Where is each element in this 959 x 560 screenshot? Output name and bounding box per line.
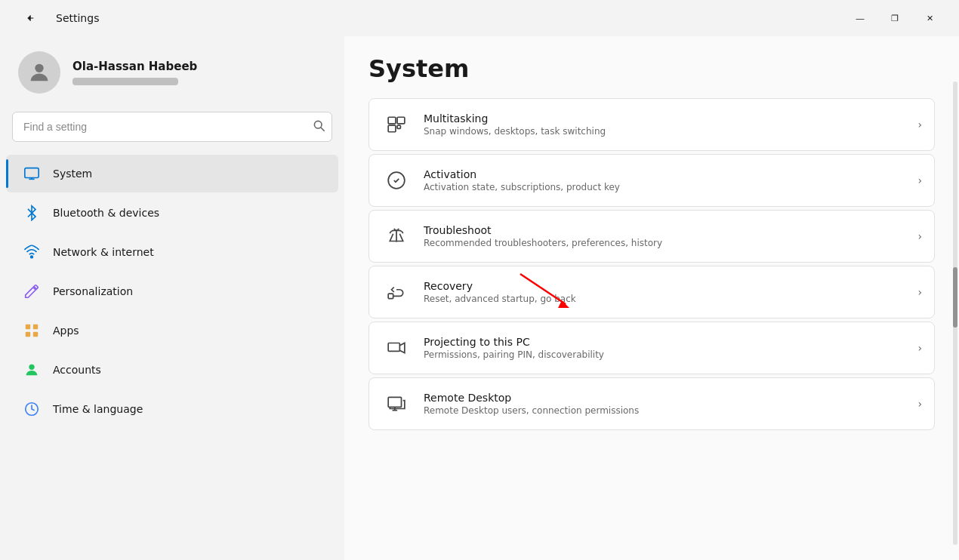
troubleshoot-title: Troubleshoot [424, 224, 917, 236]
sidebar-item-system[interactable]: System [6, 155, 338, 192]
svg-point-11 [29, 365, 34, 370]
svg-point-6 [31, 256, 33, 258]
system-icon [21, 163, 42, 184]
svg-rect-22 [388, 397, 401, 407]
recovery-chevron: › [917, 286, 922, 298]
svg-rect-15 [388, 125, 396, 132]
recovery-text: Recovery Reset, advanced startup, go bac… [424, 280, 917, 304]
svg-rect-10 [33, 332, 38, 337]
sidebar-item-accounts[interactable]: Accounts [6, 351, 338, 389]
accounts-label: Accounts [53, 364, 101, 376]
projecting-desc: Permissions, pairing PIN, discoverabilit… [424, 349, 917, 360]
setting-item-activation[interactable]: Activation Activation state, subscriptio… [368, 154, 935, 207]
svg-point-0 [35, 64, 43, 72]
multitasking-title: Multitasking [424, 112, 917, 125]
remotedesktop-text: Remote Desktop Remote Desktop users, con… [424, 392, 917, 416]
troubleshoot-desc: Recommended troubleshooters, preferences… [424, 238, 917, 248]
scrollbar-track[interactable] [953, 82, 957, 545]
search-box [12, 112, 332, 142]
projecting-title: Projecting to this PC [424, 336, 917, 348]
svg-rect-14 [397, 117, 405, 124]
avatar [18, 51, 60, 94]
title-bar-left: Settings [12, 6, 99, 30]
network-icon [21, 242, 42, 263]
search-icon [313, 119, 325, 134]
bluetooth-icon [21, 202, 42, 223]
svg-rect-9 [26, 332, 30, 337]
system-label: System [53, 168, 92, 180]
svg-rect-18 [388, 294, 393, 299]
setting-item-troubleshoot[interactable]: Troubleshoot Recommended troubleshooters… [368, 210, 935, 263]
search-input[interactable] [12, 112, 332, 142]
sidebar-item-apps[interactable]: Apps [6, 312, 338, 349]
projecting-icon [381, 333, 412, 363]
user-name: Ola-Hassan Habeeb [72, 60, 197, 73]
recovery-icon [381, 277, 412, 307]
setting-item-remotedesktop[interactable]: Remote Desktop Remote Desktop users, con… [368, 377, 935, 430]
sidebar: Ola-Hassan Habeeb System Bluetooth & dev… [0, 36, 344, 560]
setting-item-multitasking[interactable]: Multitasking Snap windows, desktops, tas… [368, 98, 935, 151]
scrollbar-thumb[interactable] [953, 267, 957, 328]
troubleshoot-text: Troubleshoot Recommended troubleshooters… [424, 224, 917, 248]
remotedesktop-icon [381, 389, 412, 419]
svg-rect-8 [33, 325, 38, 329]
page-title: System [368, 54, 935, 83]
setting-item-projecting[interactable]: Projecting to this PC Permissions, pairi… [368, 322, 935, 374]
svg-rect-21 [388, 343, 399, 352]
user-subtitle-bar [72, 78, 178, 85]
remotedesktop-chevron: › [917, 398, 922, 410]
app-title: Settings [56, 12, 99, 24]
svg-rect-16 [397, 125, 400, 128]
activation-desc: Activation state, subscriptions, product… [424, 182, 917, 192]
remotedesktop-desc: Remote Desktop users, connection permiss… [424, 405, 917, 416]
multitasking-desc: Snap windows, desktops, task switching [424, 126, 917, 137]
multitasking-icon [381, 109, 412, 140]
sidebar-item-personalization[interactable]: Personalization [6, 272, 338, 310]
time-label: Time & language [53, 403, 143, 415]
svg-point-1 [314, 121, 322, 128]
setting-item-recovery[interactable]: Recovery Reset, advanced startup, go bac… [368, 266, 935, 318]
recovery-title: Recovery [424, 280, 917, 292]
multitasking-text: Multitasking Snap windows, desktops, tas… [424, 112, 917, 137]
main-content: System Multitasking Snap windows, deskto… [344, 36, 959, 560]
projecting-text: Projecting to this PC Permissions, pairi… [424, 336, 917, 360]
svg-rect-7 [26, 325, 30, 329]
activation-chevron: › [917, 174, 922, 186]
svg-rect-13 [388, 117, 396, 124]
multitasking-chevron: › [917, 118, 922, 131]
personalization-icon [21, 281, 42, 302]
troubleshoot-chevron: › [917, 230, 922, 242]
user-info: Ola-Hassan Habeeb [72, 60, 197, 85]
user-profile: Ola-Hassan Habeeb [0, 36, 344, 106]
app-container: Ola-Hassan Habeeb System Bluetooth & dev… [0, 36, 959, 560]
accounts-icon [21, 359, 42, 380]
sidebar-item-network[interactable]: Network & internet [6, 233, 338, 271]
recovery-desc: Reset, advanced startup, go back [424, 294, 917, 304]
sidebar-item-time[interactable]: Time & language [6, 390, 338, 428]
title-bar-controls: — ❐ ✕ [843, 6, 947, 30]
svg-rect-3 [25, 168, 39, 178]
activation-title: Activation [424, 168, 917, 180]
svg-line-2 [321, 128, 324, 131]
activation-text: Activation Activation state, subscriptio… [424, 168, 917, 192]
close-button[interactable]: ✕ [912, 6, 947, 30]
apps-label: Apps [53, 325, 79, 337]
settings-list: Multitasking Snap windows, desktops, tas… [368, 98, 935, 430]
minimize-button[interactable]: — [843, 6, 877, 30]
activation-icon [381, 165, 412, 195]
title-bar: Settings — ❐ ✕ [0, 0, 959, 36]
apps-icon [21, 320, 42, 341]
projecting-chevron: › [917, 342, 922, 354]
maximize-button[interactable]: ❐ [877, 6, 912, 30]
bluetooth-label: Bluetooth & devices [53, 207, 159, 219]
time-icon [21, 398, 42, 420]
sidebar-item-bluetooth[interactable]: Bluetooth & devices [6, 194, 338, 232]
back-button[interactable] [12, 6, 47, 30]
personalization-label: Personalization [53, 285, 133, 297]
troubleshoot-icon [381, 221, 412, 251]
network-label: Network & internet [53, 246, 154, 258]
remotedesktop-title: Remote Desktop [424, 392, 917, 404]
